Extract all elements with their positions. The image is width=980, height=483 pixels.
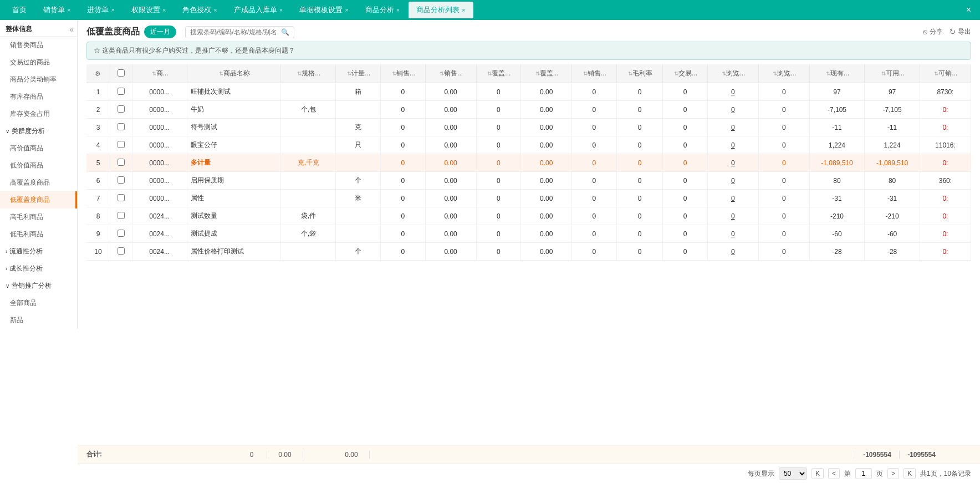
browse1-link[interactable]: 0: [731, 195, 735, 202]
sort-icon-browse1[interactable]: ⇅: [722, 70, 726, 77]
search-icon[interactable]: 🔍: [281, 28, 289, 36]
page-number-input[interactable]: [855, 468, 872, 479]
row-checkbox[interactable]: [118, 141, 125, 148]
nav-item-finished[interactable]: 产成品入库单 ×: [226, 2, 290, 18]
nav-item-home[interactable]: 首页: [4, 2, 34, 18]
nav-close-finished[interactable]: ×: [279, 7, 283, 13]
settings-icon[interactable]: ⚙: [95, 70, 101, 78]
sort-icon-margin[interactable]: ⇅: [628, 70, 632, 77]
sidebar-item-low-margin[interactable]: 低毛利商品: [0, 226, 77, 243]
sidebar-item-traded[interactable]: 交易过的商品: [0, 54, 77, 71]
sidebar-item-high-value[interactable]: 高价值商品: [0, 140, 77, 157]
nav-close-analysis-list[interactable]: ×: [462, 7, 465, 13]
sort-icon-sales1[interactable]: ⇅: [392, 70, 396, 77]
sort-icon-name[interactable]: ⇅: [219, 70, 223, 77]
sidebar-item-high-coverage[interactable]: 高覆盖度商品: [0, 174, 77, 191]
row-checkbox[interactable]: [118, 194, 125, 201]
nav-item-templates[interactable]: 单据模板设置 ×: [292, 2, 356, 18]
nav-close-purchase[interactable]: ×: [111, 7, 114, 13]
nav-item-roles[interactable]: 角色授权 ×: [175, 2, 224, 18]
nav-item-analysis[interactable]: 商品分析 ×: [358, 2, 407, 18]
row-checkbox[interactable]: [118, 230, 125, 237]
col-checkbox[interactable]: [110, 64, 132, 83]
sidebar-group-growth[interactable]: › 成长性分析: [0, 260, 77, 277]
cell-check[interactable]: [110, 172, 132, 190]
sidebar-item-low-coverage[interactable]: 低覆盖度商品: [0, 191, 77, 209]
page-size-select[interactable]: 50 20 100: [779, 467, 807, 480]
table-row: 7 0000... 属性 米 0 0.00 0 0.00 0 0 0 0 0 -…: [86, 190, 971, 207]
sidebar-item-low-value[interactable]: 低价值商品: [0, 157, 77, 174]
browse1-link[interactable]: 0: [731, 248, 735, 256]
cell-check[interactable]: [110, 101, 132, 119]
row-checkbox[interactable]: [118, 105, 125, 113]
first-page-btn[interactable]: K: [811, 468, 824, 479]
browse1-link[interactable]: 0: [731, 141, 735, 149]
browse1-link[interactable]: 0: [731, 212, 735, 220]
cell-check[interactable]: [110, 154, 132, 172]
sort-icon-trade[interactable]: ⇅: [674, 70, 678, 77]
sort-icon-sales2[interactable]: ⇅: [440, 70, 444, 77]
cell-check[interactable]: [110, 207, 132, 225]
prev-page-btn[interactable]: <: [828, 468, 840, 479]
browse1-link[interactable]: 0: [731, 177, 735, 185]
row-checkbox[interactable]: [118, 123, 125, 130]
sidebar-item-category-rate[interactable]: 商品分类动销率: [0, 71, 77, 88]
sort-icon-id[interactable]: ⇅: [152, 70, 156, 77]
sidebar-group-circulation[interactable]: › 流通性分析: [0, 243, 77, 260]
nav-close-analysis[interactable]: ×: [396, 7, 400, 13]
next-page-btn[interactable]: >: [887, 468, 899, 479]
last-page-btn[interactable]: K: [904, 468, 916, 479]
cell-spec: [281, 83, 336, 101]
cell-check[interactable]: [110, 190, 132, 207]
row-checkbox[interactable]: [118, 176, 125, 184]
search-input[interactable]: [190, 28, 279, 36]
sort-icon-stock1[interactable]: ⇅: [826, 70, 830, 77]
sidebar-group-marketing[interactable]: ∨ 营销推广分析: [0, 277, 77, 294]
sidebar-item-capital[interactable]: 库存资金占用: [0, 105, 77, 123]
row-checkbox[interactable]: [118, 247, 125, 255]
cell-check[interactable]: [110, 225, 132, 243]
nav-item-sales[interactable]: 销货单 ×: [35, 2, 78, 18]
sidebar-item-sales-goods[interactable]: 销售类商品: [0, 37, 77, 54]
nav-item-permissions[interactable]: 权限设置 ×: [124, 2, 173, 18]
browse1-link[interactable]: 0: [731, 124, 735, 131]
filter-recent-month[interactable]: 近一月: [144, 26, 176, 38]
nav-close-permissions[interactable]: ×: [162, 7, 166, 13]
nav-label-permissions: 权限设置: [131, 5, 160, 15]
sort-icon-spec[interactable]: ⇅: [297, 70, 302, 77]
export-button[interactable]: ↻ 导出: [950, 27, 971, 37]
share-button[interactable]: ⎋ 分享: [923, 27, 943, 37]
sort-icon-stock2[interactable]: ⇅: [881, 70, 886, 77]
sidebar-item-in-stock[interactable]: 有库存商品: [0, 88, 77, 105]
col-settings[interactable]: ⚙: [86, 64, 110, 83]
sort-icon-unit[interactable]: ⇅: [347, 70, 351, 77]
cell-check[interactable]: [110, 136, 132, 154]
cell-check[interactable]: [110, 119, 132, 136]
close-all-button[interactable]: ×: [962, 3, 976, 17]
nav-close-sales[interactable]: ×: [67, 7, 70, 13]
nav-item-analysis-list[interactable]: 商品分析列表 ×: [409, 2, 473, 18]
sort-icon-cover2[interactable]: ⇅: [535, 70, 540, 77]
browse1-link[interactable]: 0: [731, 230, 735, 238]
cell-check[interactable]: [110, 243, 132, 261]
row-checkbox[interactable]: [118, 212, 125, 219]
nav-close-roles[interactable]: ×: [213, 7, 217, 13]
browse1-link[interactable]: 0: [731, 106, 735, 114]
sort-icon-browse2[interactable]: ⇅: [773, 70, 777, 77]
sidebar-item-all-goods[interactable]: 全部商品: [0, 294, 77, 312]
nav-item-purchase[interactable]: 进货单 ×: [79, 2, 122, 18]
cell-check[interactable]: [110, 83, 132, 101]
sort-icon-stock3[interactable]: ⇅: [934, 70, 938, 77]
browse1-link[interactable]: 0: [731, 159, 735, 167]
row-checkbox[interactable]: [118, 88, 125, 95]
sort-icon-sales3[interactable]: ⇅: [583, 70, 588, 77]
select-all-checkbox[interactable]: [118, 69, 125, 77]
sidebar-item-new-goods[interactable]: 新品: [0, 312, 77, 329]
browse1-link[interactable]: 0: [731, 88, 735, 96]
sidebar-item-high-margin[interactable]: 高毛利商品: [0, 209, 77, 226]
sidebar-group-cluster[interactable]: ∨ 类群度分析: [0, 123, 77, 140]
row-checkbox[interactable]: [118, 159, 125, 166]
nav-close-templates[interactable]: ×: [345, 7, 348, 13]
sidebar-collapse-btn[interactable]: «: [69, 25, 74, 34]
sort-icon-cover1[interactable]: ⇅: [487, 70, 492, 77]
